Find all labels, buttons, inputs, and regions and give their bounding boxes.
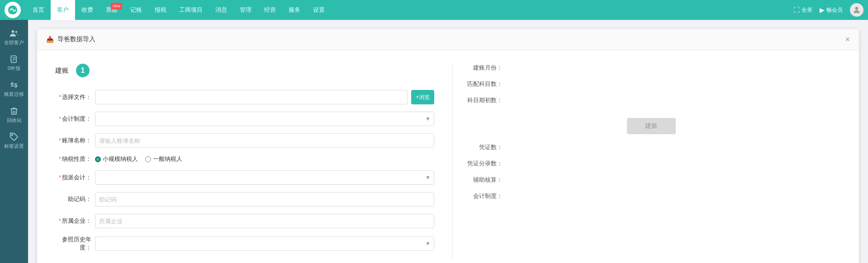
company-input[interactable]: [95, 214, 434, 228]
memo-label: 助记码：: [55, 195, 91, 203]
file-label: *选择文件：: [55, 93, 91, 101]
info-section: 建账月份： 匹配科目数： 科目期初数： 建账: [452, 64, 841, 259]
import-icon: 📥: [46, 36, 54, 43]
accounting-system-label: 会计制度：: [462, 192, 503, 200]
match-row: 匹配科目数：: [462, 80, 841, 88]
sidebar: 全部客户 0申报 账套迁移 回收站 标签设置: [0, 20, 28, 263]
nav-fee[interactable]: 收费: [75, 0, 100, 20]
company-label: *所属企业：: [55, 217, 91, 225]
svg-point-1: [10, 9, 11, 11]
svg-point-3: [12, 30, 14, 33]
file-row: *选择文件： +浏览: [55, 90, 434, 104]
auxiliary-row: 辅助核算：: [462, 176, 841, 184]
step-header: 建账 1: [55, 64, 434, 77]
month-label: 建账月份：: [462, 64, 503, 72]
accountant-select[interactable]: [95, 170, 434, 185]
new-badge: new: [111, 3, 122, 9]
layout: 全部客户 0申报 账套迁移 回收站 标签设置 📥 导爸数据导入: [0, 20, 868, 263]
nav-home[interactable]: 首页: [26, 0, 51, 20]
dialog-close-button[interactable]: ×: [845, 35, 850, 43]
fullscreen-btn[interactable]: ⛶ 全屏: [793, 6, 812, 14]
tax-general-radio[interactable]: [145, 156, 151, 162]
file-input[interactable]: [95, 90, 408, 104]
step-label: 建账: [55, 66, 69, 75]
nav-invoice[interactable]: 票据 new: [100, 0, 124, 20]
voucher-label: 凭证数：: [462, 143, 503, 151]
sidebar-item-transfer-label: 账套迁移: [4, 91, 24, 97]
tax-small-option[interactable]: 小规模纳税人: [95, 155, 138, 163]
ledger-input[interactable]: [95, 133, 434, 148]
voucher-entry-row: 凭证分录数：: [462, 160, 841, 168]
main-content: 📥 导爸数据导入 × 建账 1 *选择文件：: [28, 20, 868, 263]
accounting-row: *会计制度： ▼: [55, 112, 434, 126]
auxiliary-label: 辅助核算：: [462, 176, 503, 184]
accountant-label: *指派会计：: [55, 174, 91, 182]
svg-point-4: [15, 31, 17, 33]
sidebar-item-transfer[interactable]: 账套迁移: [0, 76, 28, 102]
history-row: 参照历史年度： ▼: [55, 235, 434, 252]
nav-business[interactable]: 工商项目: [173, 0, 209, 20]
voucher-entry-label: 凭证分录数：: [462, 160, 503, 168]
memo-row: 助记码：: [55, 192, 434, 207]
month-row: 建账月份：: [462, 64, 841, 72]
match-label: 匹配科目数：: [462, 80, 503, 88]
sidebar-item-trash[interactable]: 回收站: [0, 102, 28, 128]
nav-settings[interactable]: 设置: [307, 0, 331, 20]
sidebar-item-tag-label: 标签设置: [4, 143, 24, 149]
accounting-label: *会计制度：: [55, 115, 91, 123]
nav-right: ⛶ 全屏 ▶ 畅会员: [793, 3, 863, 17]
accountant-row: *指派会计： ▼: [55, 170, 434, 185]
dialog-header: 📥 导爸数据导入 ×: [37, 29, 859, 50]
dialog-body: 建账 1 *选择文件： +浏览 *会计制度：: [37, 50, 859, 263]
initial-label: 科目期初数：: [462, 96, 503, 104]
form-section: 建账 1 *选择文件： +浏览 *会计制度：: [55, 64, 434, 259]
accounting-select-wrapper: ▼: [95, 112, 434, 126]
svg-point-9: [12, 134, 13, 136]
dialog: 📥 导爸数据导入 × 建账 1 *选择文件：: [37, 29, 859, 263]
sidebar-item-trash-label: 回收站: [7, 117, 22, 123]
voucher-row: 凭证数：: [462, 143, 841, 151]
sidebar-item-all-customers-label: 全部客户: [4, 40, 24, 46]
nav-operation[interactable]: 经营: [258, 0, 282, 20]
company-row: *所属企业：: [55, 214, 434, 228]
tax-general-option[interactable]: 一般纳税人: [145, 155, 182, 163]
step-circle: 1: [76, 64, 90, 77]
dialog-title: 📥 导爸数据导入: [46, 35, 95, 43]
sidebar-item-tag[interactable]: 标签设置: [0, 128, 28, 154]
sidebar-item-all-customers[interactable]: 全部客户: [0, 24, 28, 50]
nav-customer[interactable]: 客户: [51, 0, 75, 20]
build-btn-row: 建账: [462, 118, 841, 134]
tax-radio-group: 小规模纳税人 一般纳税人: [95, 155, 434, 163]
accountant-select-wrapper: ▼: [95, 170, 434, 185]
history-select[interactable]: [95, 236, 434, 251]
history-select-wrapper: ▼: [95, 236, 434, 251]
nav-tax[interactable]: 报税: [148, 0, 173, 20]
nav-bookkeeping[interactable]: 记账: [124, 0, 148, 20]
top-nav: 首页 客户 收费 票据 new 记账 报税 工商项目 消息 管理 经营 服务 设…: [0, 0, 868, 20]
sidebar-item-zero-report-label: 0申报: [8, 66, 20, 71]
nav-message[interactable]: 消息: [209, 0, 233, 20]
logo[interactable]: [5, 2, 21, 18]
accounting-system-row: 会计制度：: [462, 192, 841, 200]
tax-small-radio[interactable]: [95, 156, 101, 162]
tax-row: *纳税性质： 小规模纳税人 一般纳税人: [55, 155, 434, 163]
build-button[interactable]: 建账: [627, 118, 676, 134]
ledger-row: *账簿名称：: [55, 133, 434, 148]
initial-row: 科目期初数：: [462, 96, 841, 104]
sidebar-item-zero-report[interactable]: 0申报: [0, 50, 28, 76]
accounting-select[interactable]: [95, 112, 434, 126]
browse-button[interactable]: +浏览: [411, 90, 434, 104]
avatar[interactable]: [850, 3, 863, 17]
member-btn[interactable]: ▶ 畅会员: [820, 6, 843, 14]
nav-manage[interactable]: 管理: [233, 0, 258, 20]
memo-input[interactable]: [95, 192, 434, 207]
history-label: 参照历史年度：: [55, 235, 91, 252]
tax-label: *纳税性质：: [55, 155, 91, 163]
nav-service[interactable]: 服务: [282, 0, 307, 20]
svg-point-2: [855, 7, 859, 10]
ledger-label: *账簿名称：: [55, 136, 91, 145]
